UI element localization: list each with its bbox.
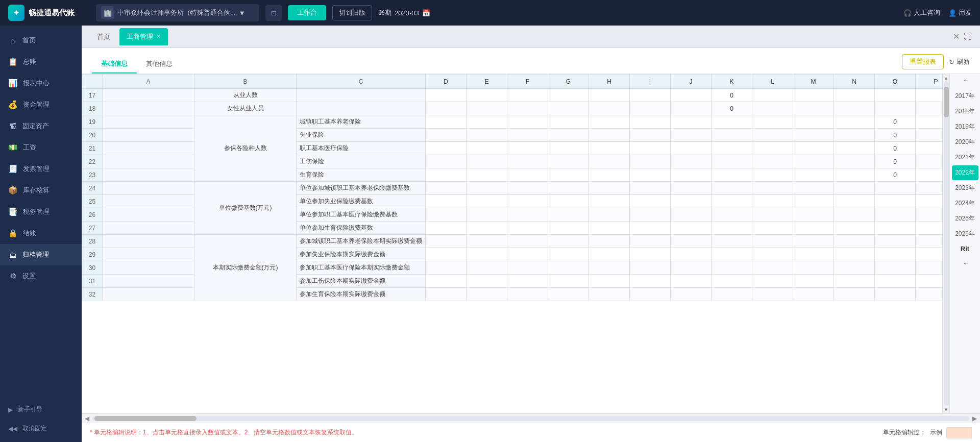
year-nav-down[interactable]: ⌄	[950, 256, 980, 268]
data-cell-f[interactable]	[507, 222, 548, 235]
col-c-cell[interactable]: 参加城镇职工基本养老保险本期实际缴费金额	[297, 235, 426, 248]
data-cell-n[interactable]	[834, 102, 875, 115]
sidebar-item-home[interactable]: ⌂ 首页	[0, 30, 82, 51]
data-cell-n[interactable]	[834, 115, 875, 129]
col-c-cell[interactable]: 职工基本医疗保险	[297, 142, 426, 155]
data-cell-d[interactable]	[426, 275, 467, 288]
sidebar-item-settings[interactable]: ⚙ 设置	[0, 265, 82, 287]
year-item[interactable]: 2017年	[952, 89, 978, 104]
data-cell-k[interactable]	[712, 155, 752, 168]
data-cell-p[interactable]	[916, 261, 943, 275]
sidebar-item-invoice[interactable]: 🧾 发票管理	[0, 158, 82, 180]
data-cell-d[interactable]	[426, 288, 467, 301]
data-cell-l[interactable]	[752, 261, 793, 275]
data-cell-h[interactable]	[589, 222, 630, 235]
data-cell-e[interactable]	[467, 275, 507, 288]
old-version-button[interactable]: 切到旧版	[332, 5, 372, 20]
data-cell-m[interactable]	[793, 275, 834, 288]
data-cell-p[interactable]	[916, 182, 943, 195]
col-a-cell[interactable]	[103, 275, 194, 288]
col-a-cell[interactable]	[103, 222, 194, 235]
col-c-cell[interactable]: 失业保险	[297, 129, 426, 142]
data-cell-e[interactable]	[467, 129, 507, 142]
data-cell-h[interactable]	[589, 142, 630, 155]
data-cell-n[interactable]	[834, 248, 875, 261]
new-user-guide[interactable]: ▶ 新手引导	[0, 400, 82, 419]
data-cell-l[interactable]	[752, 275, 793, 288]
data-cell-o[interactable]	[875, 248, 916, 261]
data-cell-h[interactable]	[589, 288, 630, 301]
data-cell-m[interactable]	[793, 142, 834, 155]
data-cell-n[interactable]	[834, 235, 875, 248]
data-cell-l[interactable]	[752, 89, 793, 102]
sidebar-item-closing[interactable]: 🔒 结账	[0, 223, 82, 244]
data-cell-e[interactable]	[467, 208, 507, 222]
data-cell-e[interactable]	[467, 142, 507, 155]
col-b-cell[interactable]: 本期实际缴费金额(万元)	[194, 235, 297, 301]
data-cell-n[interactable]	[834, 155, 875, 168]
data-cell-o[interactable]	[875, 102, 916, 115]
data-cell-f[interactable]	[507, 129, 548, 142]
col-a-cell[interactable]	[103, 155, 194, 168]
tab-home[interactable]: 首页	[90, 28, 117, 45]
col-c-cell[interactable]: 生育保险	[297, 168, 426, 182]
data-cell-h[interactable]	[589, 168, 630, 182]
user-item[interactable]: 👤 用友	[948, 8, 972, 17]
data-cell-o[interactable]	[875, 288, 916, 301]
col-a-cell[interactable]	[103, 248, 194, 261]
col-a-cell[interactable]	[103, 168, 194, 182]
col-a-cell[interactable]	[103, 102, 194, 115]
data-cell-l[interactable]	[752, 222, 793, 235]
horizontal-scrollbar[interactable]: ◀ ▶	[82, 413, 980, 423]
data-cell-m[interactable]	[793, 261, 834, 275]
data-cell-h[interactable]	[589, 195, 630, 208]
data-cell-f[interactable]	[507, 102, 548, 115]
data-cell-m[interactable]	[793, 182, 834, 195]
year-item[interactable]: 2021年	[952, 150, 978, 165]
data-cell-o[interactable]	[875, 208, 916, 222]
data-cell-l[interactable]	[752, 208, 793, 222]
data-cell-p[interactable]	[916, 89, 943, 102]
data-cell-m[interactable]	[793, 89, 834, 102]
data-cell-g[interactable]	[548, 129, 589, 142]
data-cell-l[interactable]	[752, 102, 793, 115]
data-cell-i[interactable]	[630, 248, 671, 261]
sidebar-item-tax[interactable]: 📑 税务管理	[0, 201, 82, 223]
data-cell-f[interactable]	[507, 89, 548, 102]
col-c-cell[interactable]: 单位参加职工基本医疗保险缴费基数	[297, 208, 426, 222]
data-cell-d[interactable]	[426, 102, 467, 115]
data-cell-l[interactable]	[752, 248, 793, 261]
data-cell-j[interactable]	[671, 129, 712, 142]
col-a-cell[interactable]	[103, 89, 194, 102]
data-cell-m[interactable]	[793, 115, 834, 129]
data-cell-f[interactable]	[507, 168, 548, 182]
data-cell-k[interactable]	[712, 115, 752, 129]
data-cell-j[interactable]	[671, 235, 712, 248]
data-cell-g[interactable]	[548, 89, 589, 102]
data-cell-e[interactable]	[467, 155, 507, 168]
data-cell-i[interactable]	[630, 195, 671, 208]
data-cell-i[interactable]	[630, 89, 671, 102]
scroll-left-button[interactable]: ◀	[82, 415, 92, 422]
data-cell-o[interactable]	[875, 222, 916, 235]
sub-tab-other[interactable]: 其他信息	[137, 55, 182, 73]
data-cell-g[interactable]	[548, 208, 589, 222]
data-cell-d[interactable]	[426, 155, 467, 168]
data-cell-d[interactable]	[426, 248, 467, 261]
data-cell-d[interactable]	[426, 235, 467, 248]
data-cell-f[interactable]	[507, 195, 548, 208]
data-cell-k[interactable]	[712, 195, 752, 208]
data-cell-f[interactable]	[507, 155, 548, 168]
data-cell-n[interactable]	[834, 275, 875, 288]
col-c-cell[interactable]: 参加失业保险本期实际缴费金额	[297, 248, 426, 261]
tab-close-icon[interactable]: ✕	[156, 33, 161, 40]
data-cell-g[interactable]	[548, 142, 589, 155]
data-cell-o[interactable]: 0	[875, 155, 916, 168]
data-cell-l[interactable]	[752, 235, 793, 248]
workbench-button[interactable]: 工作台	[288, 5, 326, 20]
data-cell-n[interactable]	[834, 208, 875, 222]
data-cell-m[interactable]	[793, 288, 834, 301]
col-c-cell[interactable]: 参加工伤保险本期实际缴费金额	[297, 275, 426, 288]
data-cell-e[interactable]	[467, 102, 507, 115]
calendar-icon[interactable]: 📅	[422, 9, 430, 17]
